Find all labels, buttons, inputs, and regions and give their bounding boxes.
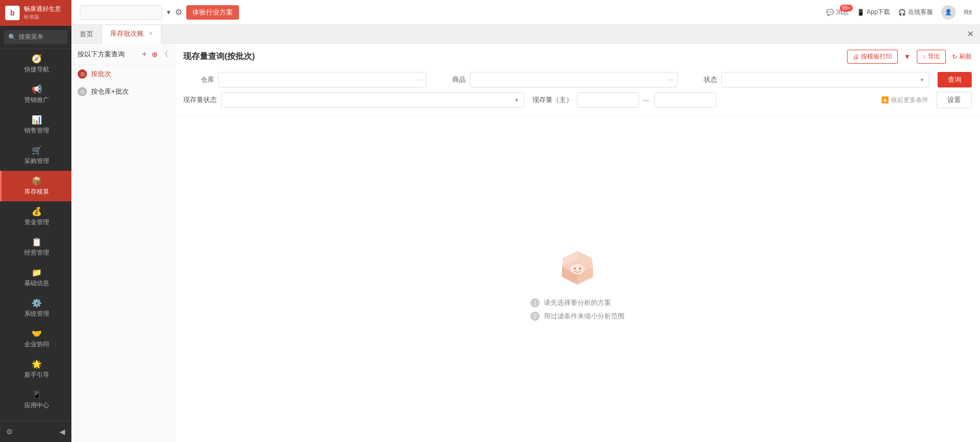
username-label[interactable]: Rit [964, 9, 972, 16]
printer-icon: 🖨 [853, 53, 859, 61]
operations-icon: 📋 [32, 237, 42, 247]
trial-button[interactable]: 体验行业方案 [186, 5, 239, 20]
sidebar-item-newbie[interactable]: 🌟 新手引导 [0, 354, 71, 385]
filter-panel-header: 按以下方案查询 ＋ ⊕ 《 [71, 43, 174, 65]
status-field: 状态 ▼ [686, 72, 929, 87]
topbar-settings-button[interactable]: ⚙ [175, 7, 182, 17]
footer-collapse-button[interactable]: ◀ [57, 425, 67, 438]
sidebar-item-marketing[interactable]: 📢 营销推广 [0, 79, 71, 110]
filter-panel: 按以下方案查询 ＋ ⊕ 《 ⊙ 按批次 ⊙ [71, 43, 175, 442]
search-bar: 仓库 ··· 商品 ··· 状态 [175, 68, 980, 117]
sidebar-footer: ⚙ ◀ [0, 421, 71, 442]
sidebar: b 畅康通好生意 标准版 🔍 搜索菜单 🧭 快捷导航 📢 营销推广 📊 销售管理… [0, 0, 71, 442]
filter-settings-button[interactable]: ⊕ [152, 50, 158, 58]
finance-icon: 💰 [32, 207, 42, 216]
page-header: 现存量查询(按批次) 🖨 按模板打印 ▼ ↑ 导出 ↻ 刷新 [175, 43, 980, 68]
filter-item-by-batch[interactable]: ⊙ 按批次 [71, 65, 174, 83]
collapse-up-icon: 🔼 [881, 96, 889, 104]
product-label: 商品 [435, 75, 466, 84]
main-area: 现存量查询(按批次) 🖨 按模板打印 ▼ ↑ 导出 ↻ 刷新 [175, 43, 980, 442]
range-dash: — [643, 96, 650, 104]
sidebar-item-basic-info[interactable]: 📁 基础信息 [0, 262, 71, 293]
empty-tips: 1 请先选择要分析的方案 2 用过滤条件来缩小分析范围 [530, 298, 625, 321]
search-menu-button[interactable]: 🔍 搜索菜单 [4, 30, 67, 44]
product-more-button[interactable]: ··· [668, 76, 673, 83]
main-container: ▼ ⚙ 体验行业方案 💬 消息 99+ 📱 App下载 🎧 在线客服 [71, 0, 980, 442]
sidebar-item-sales[interactable]: 📊 销售管理 [0, 110, 71, 140]
message-button[interactable]: 💬 消息 99+ [826, 8, 849, 17]
warehouse-input-wrap: ··· [218, 72, 426, 87]
stock-quantity-to-input[interactable] [654, 92, 716, 108]
page-actions: 🖨 按模板打印 ▼ ↑ 导出 ↻ 刷新 [847, 50, 972, 64]
print-button[interactable]: 🖨 按模板打印 [847, 50, 898, 64]
stock-status-arrow: ▼ [514, 97, 519, 103]
warehouse-field: 仓库 ··· [183, 72, 426, 87]
stock-quantity-from-input[interactable] [577, 92, 639, 108]
refresh-button[interactable]: ↻ 刷新 [952, 52, 972, 61]
sidebar-item-operations[interactable]: 📋 经营管理 [0, 232, 71, 262]
system-icon: ⚙️ [32, 298, 42, 308]
online-service-button[interactable]: 🎧 在线客服 [898, 8, 933, 17]
purchase-icon: 🛒 [32, 145, 42, 155]
sidebar-item-wechat[interactable]: 💬 企业微信 [0, 415, 71, 421]
topbar-dropdown-button[interactable]: ▼ [166, 9, 172, 16]
print-dropdown-button[interactable]: ▼ [904, 53, 911, 61]
empty-icon [552, 238, 603, 290]
empty-tip-2: 2 用过滤条件来缩小分析范围 [530, 312, 625, 321]
headset-icon: 🎧 [898, 9, 906, 16]
svg-point-5 [570, 264, 585, 274]
status-select[interactable]: ▼ [721, 72, 929, 87]
app-download-button[interactable]: 📱 App下载 [857, 8, 890, 17]
page-title: 现存量查询(按批次) [183, 51, 255, 62]
warehouse-input[interactable] [223, 76, 417, 84]
filter-panel-actions: ＋ ⊕ 《 [140, 49, 168, 60]
sidebar-item-purchase[interactable]: 🛒 采购管理 [0, 140, 71, 171]
tab-home[interactable]: 首页 [71, 25, 102, 43]
quick-nav-icon: 🧭 [32, 54, 42, 64]
export-button[interactable]: ↑ 导出 [917, 50, 946, 64]
empty-tip-1: 1 请先选择要分析的方案 [530, 298, 625, 307]
collapse-conditions-button[interactable]: 🔼 收起更多条件 [881, 96, 928, 105]
stock-status-select[interactable]: ▼ [221, 92, 524, 108]
empty-state: 1 请先选择要分析的方案 2 用过滤条件来缩小分析范围 [175, 117, 980, 442]
status-select-arrow: ▼ [919, 77, 925, 83]
product-input[interactable] [474, 76, 668, 84]
product-input-wrap: ··· [470, 72, 678, 87]
filter-gear-icon: ⊕ [152, 50, 158, 58]
sidebar-item-inventory[interactable]: 📦 库存核算 [0, 171, 71, 201]
empty-illustration [552, 238, 603, 290]
sidebar-header: b 畅康通好生意 标准版 [0, 0, 71, 26]
filter-item-by-warehouse-batch[interactable]: ⊙ 按仓库+批次 [71, 83, 174, 100]
warehouse-more-button[interactable]: ··· [417, 76, 422, 83]
tip-num-1: 1 [530, 298, 540, 307]
sidebar-item-quick-nav[interactable]: 🧭 快捷导航 [0, 49, 71, 79]
avatar: 👤 [941, 5, 956, 20]
collapse-icon: ◀ [60, 428, 65, 436]
footer-settings-button[interactable]: ⚙ [4, 425, 15, 438]
tab-close-button[interactable]: × [149, 31, 153, 37]
query-button[interactable]: 查询 [938, 72, 972, 87]
enterprise-icon: 🤝 [32, 329, 42, 338]
stock-status-field: 现存量状态 ▼ [183, 92, 524, 108]
stock-status-label: 现存量状态 [183, 95, 217, 105]
tab-panel-close-button[interactable]: ✕ [961, 29, 980, 39]
basic-info-icon: 📁 [32, 268, 42, 277]
sidebar-item-app-center[interactable]: 📱 应用中心 [0, 385, 71, 415]
tab-inventory-batch[interactable]: 库存批次账 × [102, 25, 161, 43]
filter-collapse-button[interactable]: 《 [161, 50, 168, 59]
topbar-search-input[interactable] [80, 5, 162, 20]
sidebar-item-enterprise[interactable]: 🤝 企业协同 [0, 323, 71, 354]
filter-by-warehouse-batch-icon: ⊙ [78, 87, 87, 96]
sidebar-item-finance[interactable]: 💰 资金管理 [0, 201, 71, 232]
search-icon: 🔍 [8, 34, 16, 41]
filter-add-button[interactable]: ＋ [140, 49, 149, 60]
app-center-icon: 📱 [32, 390, 42, 400]
phone-icon: 📱 [857, 9, 865, 16]
add-icon: ＋ [140, 49, 149, 58]
tip-num-2: 2 [530, 312, 540, 321]
product-field: 商品 ··· [435, 72, 678, 87]
setup-button[interactable]: 设置 [937, 92, 972, 108]
sidebar-item-system[interactable]: ⚙️ 系统管理 [0, 293, 71, 323]
tabbar: 首页 库存批次账 × ✕ [71, 25, 980, 43]
status-label: 状态 [686, 75, 717, 84]
